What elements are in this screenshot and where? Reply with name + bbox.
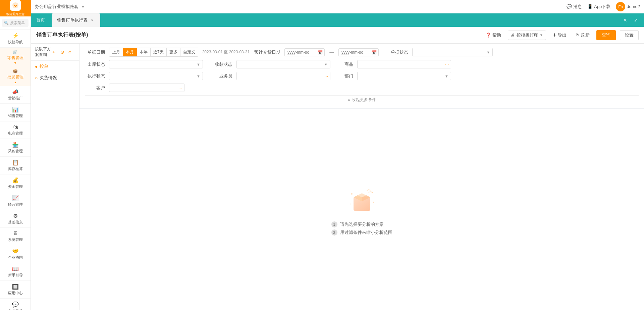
execution-status-wrapper: ▼ bbox=[109, 72, 203, 80]
date-btn-this-year[interactable]: 本年 bbox=[137, 48, 151, 56]
cooperation-icon: 🤝 bbox=[12, 248, 19, 254]
tab-minimize-btn[interactable]: ✕ bbox=[621, 16, 629, 24]
order-status-select[interactable] bbox=[412, 48, 493, 56]
scheme-item-order[interactable]: ● 按单 bbox=[31, 61, 79, 72]
minimize-icon: ✕ bbox=[623, 17, 627, 23]
filter-area: 单据日期 上月 本月 本年 近7天 更多 自定义 2023-03-01 至 20… bbox=[79, 44, 644, 108]
topbar-arrow[interactable]: ▼ bbox=[81, 5, 85, 9]
settings-btn[interactable]: 设置 bbox=[620, 30, 639, 40]
page-content: 销售订单执行表(按单) ❓ 帮助 🖨 按模板打印 ▼ ⬇ 导出 ↻ 刷新 bbox=[31, 27, 644, 310]
purchase-label: 采购管理 bbox=[8, 149, 23, 154]
date-range-text: 2023-03-01 至 2023-03-31 bbox=[202, 49, 250, 55]
print-btn[interactable]: 🖨 按模板打印 ▼ bbox=[508, 31, 546, 40]
system-icon: 🖥 bbox=[13, 230, 18, 237]
collapse-icon: « bbox=[68, 49, 75, 55]
salesperson-input[interactable] bbox=[239, 73, 324, 79]
sidebar-item-quicknav[interactable]: ⚡ 快捷导航 bbox=[0, 30, 31, 48]
product-input[interactable] bbox=[360, 62, 445, 67]
search-menu-btn[interactable]: 🔍 搜索菜单 bbox=[2, 19, 29, 27]
print-icon: 🖨 bbox=[511, 33, 515, 38]
refresh-btn[interactable]: ↻ 刷新 bbox=[573, 31, 592, 40]
scheme-item-shortage[interactable]: ○ 欠货情况 bbox=[31, 72, 79, 84]
calendar-end-icon: 📅 bbox=[371, 50, 377, 55]
customer-input[interactable] bbox=[111, 85, 178, 90]
customer-more-icon[interactable]: ··· bbox=[178, 85, 182, 90]
tab-maximize-btn[interactable]: ⤢ bbox=[632, 16, 640, 24]
sidebar-item-wholesale[interactable]: 📦 批发管理 ▲ bbox=[0, 67, 31, 86]
department-select[interactable] bbox=[357, 72, 451, 80]
app-download-btn[interactable]: 📱 App下载 bbox=[587, 4, 610, 10]
tab-home[interactable]: 首页 bbox=[31, 13, 50, 27]
salesperson-label: 业务员 bbox=[212, 73, 232, 79]
step-1-text: 请先选择要分析的方案 bbox=[340, 221, 384, 227]
data-area: 1 请先选择要分析的方案 2 用过滤条件来缩小分析范围 bbox=[79, 109, 644, 310]
sidebar-item-sales[interactable]: 📊 销售管理 bbox=[0, 104, 31, 121]
guide-icon: 📖 bbox=[12, 266, 19, 272]
sidebar-item-finance[interactable]: 💰 资金管理 bbox=[0, 174, 31, 192]
date-btn-custom[interactable]: 自定义 bbox=[180, 48, 198, 56]
sidebar-item-cooperation[interactable]: 🤝 企业协同 bbox=[0, 245, 31, 263]
export-btn[interactable]: ⬇ 导出 bbox=[550, 31, 569, 40]
wholesale-label: 批发管理 bbox=[7, 74, 23, 80]
date-range-buttons: 上月 本月 本年 近7天 更多 自定义 bbox=[109, 48, 198, 57]
collapse-panel-btn[interactable]: « bbox=[68, 49, 75, 55]
sidebar-item-inventory[interactable]: 📋 库存核算 bbox=[0, 157, 31, 174]
product-label: 商品 bbox=[340, 61, 353, 67]
message-icon: 💬 bbox=[567, 4, 572, 9]
sidebar-item-marketing[interactable]: 📣 营销推广 bbox=[0, 86, 31, 104]
filter-row-4: 客户 ··· bbox=[85, 84, 639, 92]
execution-status-select[interactable] bbox=[109, 72, 203, 80]
sidebar-item-guide[interactable]: 📖 新手引导 bbox=[0, 263, 31, 281]
product-more-icon[interactable]: ··· bbox=[445, 62, 449, 67]
wholesale-arrow: ▲ bbox=[14, 81, 17, 84]
maximize-icon: ⤢ bbox=[634, 17, 638, 23]
sales-label: 销售管理 bbox=[8, 113, 23, 118]
svg-point-6 bbox=[351, 193, 353, 195]
cooperation-label: 企业协同 bbox=[8, 255, 23, 260]
collapse-filters-btn[interactable]: ∧ 收起更多条件 bbox=[85, 95, 639, 104]
sidebar-item-ecommerce[interactable]: 🛍 电商管理 bbox=[0, 121, 31, 139]
svg-point-8 bbox=[373, 202, 374, 203]
quicknav-label: 快捷导航 bbox=[8, 40, 23, 45]
user-menu-btn[interactable]: Ea demo2 bbox=[616, 2, 640, 11]
scheme-item-shortage-icon: ○ bbox=[35, 75, 38, 81]
avatar-text: Ea bbox=[619, 5, 623, 9]
date-btn-7days[interactable]: 近7天 bbox=[151, 48, 167, 56]
sidebar-item-purchase[interactable]: 🏪 采购管理 bbox=[0, 139, 31, 157]
copy-icon: ⊙ bbox=[60, 49, 67, 55]
content-body: 按以下方案查询 + ⊙ « ● 按单 ○ 欠 bbox=[31, 44, 644, 310]
sales-icon: 📊 bbox=[12, 106, 19, 113]
retail-arrow: ▼ bbox=[14, 61, 17, 65]
delivery-status-select[interactable] bbox=[109, 60, 203, 68]
empty-state: 1 请先选择要分析的方案 2 用过滤条件来缩小分析范围 bbox=[331, 184, 392, 236]
sidebar-item-system[interactable]: 🖥 系统管理 bbox=[0, 228, 31, 245]
message-btn[interactable]: 💬 消息 bbox=[567, 4, 582, 10]
page-title: 销售订单执行表(按单) bbox=[36, 32, 88, 39]
marketing-label: 营销推广 bbox=[8, 96, 23, 101]
sidebar-item-operations[interactable]: 📈 经营管理 bbox=[0, 192, 31, 210]
topbar: 办公用品行业模拟账套 ▼ 💬 消息 📱 App下载 Ea demo2 bbox=[31, 0, 644, 13]
empty-steps: 1 请先选择要分析的方案 2 用过滤条件来缩小分析范围 bbox=[331, 221, 392, 236]
app-logo[interactable]: 畅捷通好生意 bbox=[0, 0, 31, 16]
date-btn-this-month[interactable]: 本月 bbox=[123, 48, 137, 56]
sidebar-item-basics[interactable]: ⚙ 基础信息 bbox=[0, 210, 31, 228]
help-btn[interactable]: ❓ 帮助 bbox=[483, 31, 504, 40]
receipt-status-select[interactable] bbox=[236, 60, 330, 68]
add-scheme-btn[interactable]: + bbox=[52, 49, 59, 55]
wechat-label: 企业微信 bbox=[8, 308, 23, 310]
date-btn-last-month[interactable]: 上月 bbox=[109, 48, 123, 56]
tab-sales-orders[interactable]: 销售订单执行表 × bbox=[52, 13, 100, 27]
basics-label: 基础信息 bbox=[8, 220, 23, 225]
sidebar-item-apps[interactable]: 🔲 应用中心 bbox=[0, 281, 31, 299]
retail-icon: 🛒 bbox=[13, 50, 18, 54]
copy-scheme-btn[interactable]: ⊙ bbox=[60, 49, 67, 55]
tab-close-btn[interactable]: × bbox=[90, 17, 95, 23]
purchase-icon: 🏪 bbox=[12, 142, 19, 148]
calendar-start-icon: 📅 bbox=[317, 50, 323, 55]
sidebar-item-retail[interactable]: 🛒 零售管理 ▼ bbox=[0, 48, 31, 67]
customer-input-wrapper: ··· bbox=[109, 84, 184, 92]
date-btn-more[interactable]: 更多 bbox=[167, 48, 180, 56]
query-btn[interactable]: 查询 bbox=[596, 30, 616, 40]
sidebar-item-wechat[interactable]: 💬 企业微信 bbox=[0, 299, 31, 310]
salesperson-more-icon[interactable]: ··· bbox=[324, 73, 328, 79]
